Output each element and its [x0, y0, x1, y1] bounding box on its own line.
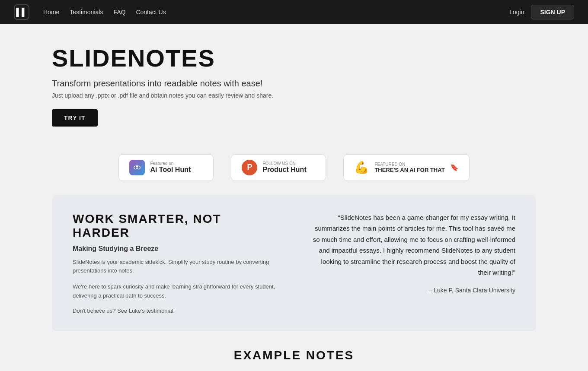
signup-button[interactable]: SIGN UP	[531, 5, 574, 19]
nav-auth: Login SIGN UP	[509, 5, 574, 19]
hero-subtitle: Transform presentations into readable no…	[52, 79, 536, 89]
theres-an-ai-text: FEATURED ON THERE'S AN AI FOR THAT	[374, 162, 444, 173]
testimonial-left: WORK SMARTER, NOT HARDER Making Studying…	[73, 212, 281, 314]
login-link[interactable]: Login	[509, 9, 524, 16]
nav-contact[interactable]: Contact Us	[136, 9, 166, 16]
example-notes-section: EXAMPLE NOTES TEMPLATE Building	[0, 349, 588, 371]
testimonial-author: – Luke P, Santa Clara University	[307, 287, 515, 294]
product-hunt-text: FOLLOW US ON Product Hunt	[262, 161, 306, 174]
testimonial-quote: "SlideNotes has been a game-changer for …	[307, 212, 515, 278]
bookmark-icon: 🔖	[450, 163, 459, 171]
testimonial-subheading: Making Studying a Breeze	[73, 245, 281, 253]
logo-icon: ▌▌	[14, 4, 29, 20]
hero-section: SLIDENOTES Transform presentations into …	[0, 24, 588, 140]
page-title: SLIDENOTES	[52, 45, 536, 72]
nav-faq[interactable]: FAQ	[113, 9, 125, 16]
ai-tool-hunt-icon	[129, 160, 145, 175]
try-it-button[interactable]: TRY IT	[52, 109, 98, 127]
nav-links: Home Testimonials FAQ Contact Us	[43, 9, 495, 16]
testimonial-heading: WORK SMARTER, NOT HARDER	[73, 212, 281, 240]
product-hunt-icon: P	[242, 160, 257, 175]
theres-an-ai-icon: 💪	[354, 160, 369, 174]
testimonial-body1: SlideNotes is your academic sidekick. Si…	[73, 258, 281, 276]
nav-home[interactable]: Home	[43, 9, 59, 16]
ai-tool-hunt-text: Featured on Ai Tool Hunt	[150, 161, 191, 174]
hero-description: Just upload any .pptx or .pdf file and o…	[52, 92, 536, 99]
navbar: ▌▌ Home Testimonials FAQ Contact Us Logi…	[0, 0, 588, 24]
badge-product-hunt[interactable]: P FOLLOW US ON Product Hunt	[231, 154, 326, 181]
testimonial-section: WORK SMARTER, NOT HARDER Making Studying…	[52, 195, 536, 331]
badge-theres-an-ai[interactable]: 💪 FEATURED ON THERE'S AN AI FOR THAT 🔖	[343, 154, 469, 181]
testimonial-cta: Don't believe us? See Luke's testimonial…	[73, 308, 281, 314]
svg-point-2	[136, 165, 139, 167]
badge-ai-tool-hunt[interactable]: Featured on Ai Tool Hunt	[118, 154, 214, 181]
testimonial-right: "SlideNotes has been a game-changer for …	[307, 212, 515, 294]
testimonial-body2: We're here to spark curiosity and make l…	[73, 282, 281, 301]
badges-row: Featured on Ai Tool Hunt P FOLLOW US ON …	[0, 154, 588, 181]
example-notes-title: EXAMPLE NOTES	[52, 349, 536, 362]
nav-testimonials[interactable]: Testimonials	[70, 9, 103, 16]
